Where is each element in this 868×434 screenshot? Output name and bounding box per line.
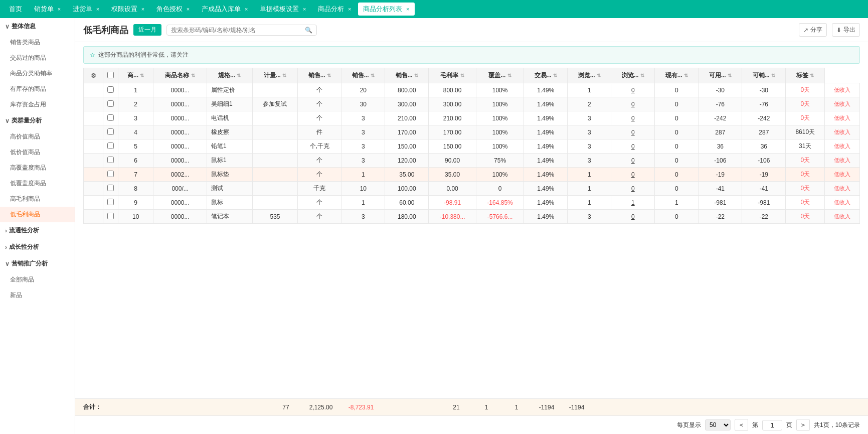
row-select-checkbox[interactable] bbox=[107, 157, 114, 163]
row-select-checkbox[interactable] bbox=[107, 185, 114, 191]
col-tag[interactable]: 标签 ⇅ bbox=[786, 68, 825, 83]
row-sales-qty: 20 bbox=[341, 83, 385, 97]
col-browse1[interactable]: 浏览... ⇅ bbox=[568, 68, 611, 83]
col-coverage[interactable]: 覆盖... ⇅ bbox=[476, 68, 524, 83]
row-browse1[interactable]: 0 bbox=[611, 97, 655, 111]
row-select-checkbox[interactable] bbox=[107, 100, 114, 107]
col-name[interactable]: 商品名称 ⇅ bbox=[153, 68, 207, 83]
row-browse1[interactable]: 1 bbox=[611, 196, 655, 210]
sidebar-item-low-margin[interactable]: 低毛利商品 bbox=[0, 207, 75, 222]
row-checkbox[interactable] bbox=[103, 83, 118, 97]
row-select-checkbox[interactable] bbox=[107, 114, 114, 121]
nav-close-roles[interactable]: × bbox=[187, 6, 190, 12]
nav-item-purchase[interactable]: 进货单 × bbox=[68, 3, 104, 16]
row-checkbox[interactable] bbox=[103, 139, 118, 154]
col-gross-rate[interactable]: 毛利率 ⇅ bbox=[429, 68, 476, 83]
page-input[interactable] bbox=[762, 420, 782, 430]
sidebar-item-all-products[interactable]: 全部商品 bbox=[0, 272, 75, 287]
row-browse1[interactable]: 0 bbox=[611, 168, 655, 182]
col-available[interactable]: 可用... ⇅ bbox=[699, 68, 742, 83]
main-content: 低毛利商品 近一月 🔍 ↗ 分享 ⬇ 导出 ☆ 这部分商品的利润非常低，请关注 bbox=[75, 18, 868, 434]
nav-close-analysis-list[interactable]: × bbox=[406, 6, 409, 12]
nav-close-sales[interactable]: × bbox=[58, 6, 61, 12]
nav-item-roles[interactable]: 角色授权 × bbox=[151, 3, 195, 16]
sidebar-item-low-coverage[interactable]: 低覆盖度商品 bbox=[0, 176, 75, 191]
row-browse1[interactable]: 0 bbox=[611, 83, 655, 97]
row-checkbox[interactable] bbox=[103, 168, 118, 182]
row-checkbox[interactable] bbox=[103, 154, 118, 168]
row-checkbox[interactable] bbox=[103, 196, 118, 210]
col-trade[interactable]: 交易... ⇅ bbox=[524, 68, 568, 83]
col-current-stock[interactable]: 现有... ⇅ bbox=[655, 68, 699, 83]
nav-close-products[interactable]: × bbox=[245, 6, 248, 12]
row-checkbox[interactable] bbox=[103, 111, 118, 125]
prev-page-button[interactable]: ＜ bbox=[735, 419, 748, 431]
nav-item-templates[interactable]: 单据模板设置 × bbox=[255, 3, 311, 16]
nav-close-purchase[interactable]: × bbox=[96, 6, 99, 12]
sidebar-item-high-margin[interactable]: 高毛利商品 bbox=[0, 191, 75, 207]
sidebar-group-cluster[interactable]: ∨ 类群量分析 bbox=[0, 112, 75, 129]
row-checkbox[interactable] bbox=[103, 125, 118, 139]
col-spec[interactable]: 规格... ⇅ bbox=[207, 68, 252, 83]
row-select-checkbox[interactable] bbox=[107, 128, 114, 135]
nav-close-analysis[interactable]: × bbox=[348, 6, 351, 12]
row-settings bbox=[84, 125, 103, 139]
row-checkbox[interactable] bbox=[103, 97, 118, 111]
col-browse2[interactable]: 浏览... ⇅ bbox=[611, 68, 655, 83]
row-select-checkbox[interactable] bbox=[107, 213, 114, 219]
row-browse1[interactable]: 0 bbox=[611, 182, 655, 196]
nav-item-sales[interactable]: 销货单 × bbox=[29, 3, 66, 16]
sidebar-item-high-coverage[interactable]: 高覆盖度商品 bbox=[0, 160, 75, 176]
nav-close-templates[interactable]: × bbox=[303, 6, 306, 12]
row-browse1[interactable]: 0 bbox=[611, 111, 655, 125]
footer-available: -1194 bbox=[562, 404, 592, 411]
sidebar-item-in-stock[interactable]: 有库存的商品 bbox=[0, 81, 75, 97]
nav-item-permissions[interactable]: 权限设置 × bbox=[106, 3, 149, 16]
period-button[interactable]: 近一月 bbox=[133, 24, 161, 36]
row-browse1[interactable]: 0 bbox=[611, 210, 655, 224]
col-checkbox[interactable] bbox=[103, 68, 118, 83]
row-select-checkbox[interactable] bbox=[107, 86, 114, 93]
row-select-checkbox[interactable] bbox=[107, 199, 114, 205]
search-input[interactable] bbox=[171, 27, 305, 34]
row-name: 测试 bbox=[207, 182, 252, 196]
select-all-checkbox[interactable] bbox=[107, 72, 114, 78]
sidebar-item-traded[interactable]: 交易过的商品 bbox=[0, 50, 75, 66]
sidebar-item-new-products[interactable]: 新品 bbox=[0, 287, 75, 303]
sidebar-group-growth[interactable]: › 成长性分析 bbox=[0, 239, 75, 255]
nav-item-products[interactable]: 产成品入库单 × bbox=[197, 3, 253, 16]
sidebar-item-high-value[interactable]: 高价值商品 bbox=[0, 129, 75, 144]
share-button[interactable]: ↗ 分享 bbox=[799, 23, 827, 37]
export-button[interactable]: ⬇ 导出 bbox=[832, 23, 860, 37]
row-checkbox[interactable] bbox=[103, 210, 118, 224]
next-page-button[interactable]: ＞ bbox=[796, 419, 810, 431]
col-code[interactable]: 商... ⇅ bbox=[118, 68, 153, 83]
col-saleable[interactable]: 可销... ⇅ bbox=[742, 68, 786, 83]
col-sales-profit[interactable]: 销售... ⇅ bbox=[385, 68, 429, 83]
sidebar-group-flow[interactable]: › 流通性分析 bbox=[0, 222, 75, 239]
row-gross-rate: 100% bbox=[476, 97, 524, 111]
sidebar-item-low-value[interactable]: 低价值商品 bbox=[0, 144, 75, 160]
col-sales-amt[interactable]: 销售... ⇅ bbox=[341, 68, 385, 83]
row-checkbox[interactable] bbox=[103, 182, 118, 196]
row-select-checkbox[interactable] bbox=[107, 142, 114, 149]
row-select-checkbox[interactable] bbox=[107, 171, 114, 177]
row-saleable: 0天 bbox=[786, 97, 825, 111]
row-browse1[interactable]: 0 bbox=[611, 154, 655, 168]
per-page-select[interactable]: 50 100 200 bbox=[705, 419, 731, 430]
row-browse1[interactable]: 0 bbox=[611, 139, 655, 154]
nav-item-home[interactable]: 首页 bbox=[4, 3, 27, 16]
nav-item-analysis-list[interactable]: 商品分析列表 × bbox=[358, 3, 414, 16]
sidebar-group-marketing[interactable]: ∨ 营销推广分析 bbox=[0, 255, 75, 272]
sidebar: ∨ 整体信息 销售类商品 交易过的商品 商品分类助销率 有库存的商品 库存资金占… bbox=[0, 18, 75, 434]
nav-close-permissions[interactable]: × bbox=[141, 6, 144, 12]
col-sales-qty[interactable]: 销售... ⇅ bbox=[298, 68, 341, 83]
sidebar-item-capital[interactable]: 库存资金占用 bbox=[0, 97, 75, 112]
sidebar-group-overall[interactable]: ∨ 整体信息 bbox=[0, 18, 75, 35]
sidebar-item-sales-products[interactable]: 销售类商品 bbox=[0, 35, 75, 50]
sidebar-item-category-rate[interactable]: 商品分类助销率 bbox=[0, 66, 75, 81]
nav-item-analysis[interactable]: 商品分析 × bbox=[313, 3, 356, 16]
row-browse1[interactable]: 0 bbox=[611, 125, 655, 139]
col-settings[interactable]: ⚙ bbox=[84, 68, 103, 83]
col-unit[interactable]: 计量... ⇅ bbox=[252, 68, 298, 83]
